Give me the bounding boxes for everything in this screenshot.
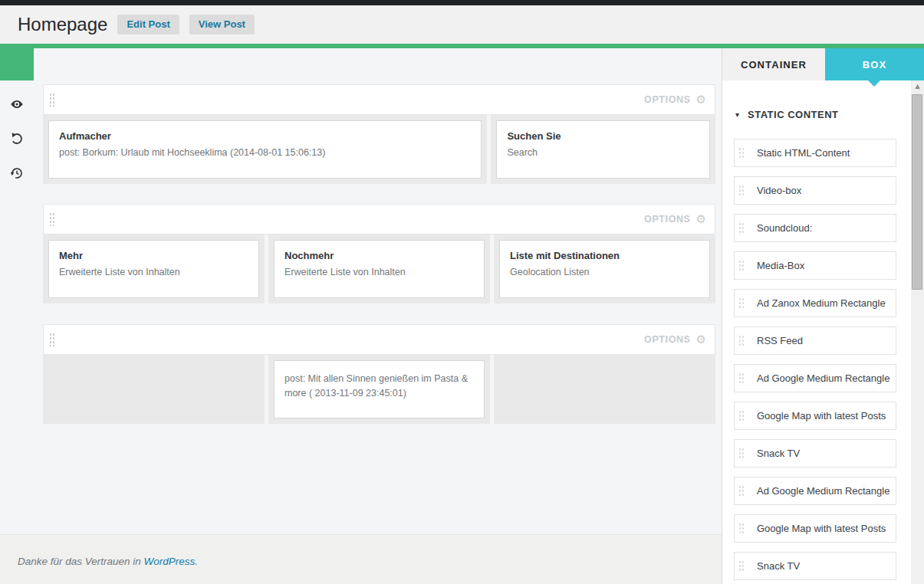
drag-handle-icon — [738, 448, 745, 460]
content-box-search[interactable]: Suchen Sie Search — [496, 120, 710, 179]
chevron-down-icon: ▾ — [735, 110, 739, 119]
container-body: Aufmacher post: Borkum: Urlaub mit Hochs… — [43, 115, 715, 184]
container-header: OPTIONS ⚙ — [43, 84, 715, 115]
widget-item[interactable]: Snack TV — [734, 439, 896, 468]
content-box-post[interactable]: post: Mit allen Sinnen genießen im Pasta… — [274, 360, 485, 418]
content-box-aufmacher[interactable]: Aufmacher post: Borkum: Urlaub mit Hochs… — [48, 120, 482, 179]
container-row-3: OPTIONS ⚙ post: Mit allen Sinnen genieße… — [43, 324, 715, 424]
sidebar-scrollbar[interactable]: ▲ — [911, 80, 924, 584]
scrollbar-thumb[interactable] — [912, 94, 922, 290]
eye-icon[interactable] — [10, 97, 24, 111]
widget-item-label: Ad Google Medium Rectangle — [757, 485, 889, 497]
section-static-content[interactable]: ▾ STATIC CONTENT — [735, 109, 838, 120]
footer-thanks-text: Danke für das Vertrauen in WordPress. — [18, 556, 198, 567]
widget-item[interactable]: Snack TV — [734, 552, 896, 580]
active-tab-pointer — [868, 80, 880, 87]
box-title: Mehr — [59, 249, 248, 263]
layout-column: Aufmacher post: Borkum: Urlaub mit Hochs… — [43, 115, 487, 184]
widget-item[interactable]: Video-box — [734, 176, 896, 205]
page-title: Homepage — [18, 14, 107, 35]
admin-top-bar — [0, 0, 924, 5]
container-header: OPTIONS ⚙ — [43, 324, 715, 355]
undo-icon[interactable] — [10, 132, 24, 146]
widget-item[interactable]: Google Map with latest Posts — [734, 402, 896, 430]
box-subtitle: Erweiterte Liste von Inhalten — [59, 265, 248, 280]
drag-handle-icon[interactable] — [49, 333, 55, 346]
widget-item-label: Static HTML-Content — [757, 147, 850, 159]
widget-item[interactable]: Media-Box — [734, 251, 896, 280]
options-button[interactable]: OPTIONS ⚙ — [644, 214, 715, 225]
layout-column: Suchen Sie Search — [491, 115, 715, 184]
drag-handle-icon — [738, 147, 745, 159]
page-header: Homepage Edit Post View Post — [0, 5, 924, 44]
drag-handle-icon[interactable] — [49, 212, 55, 226]
options-label: OPTIONS — [644, 214, 690, 225]
widget-item-label: Video-box — [757, 185, 801, 196]
box-title: Aufmacher — [59, 130, 471, 143]
layout-column: Mehr Erweiterte Liste von Inhalten — [43, 235, 265, 303]
sidebar-tabs: CONTAINER BOX — [722, 48, 924, 80]
drag-handle-icon — [738, 297, 745, 310]
container-row-1: OPTIONS ⚙ Aufmacher post: Borkum: Urlaub… — [43, 84, 715, 184]
history-icon[interactable] — [10, 166, 24, 180]
gear-icon: ⚙ — [696, 94, 706, 106]
widget-item-label: RSS Feed — [757, 335, 803, 346]
tab-container[interactable]: CONTAINER — [722, 48, 825, 80]
content-box-destinationen[interactable]: Liste mit Destinationen Geolocation List… — [499, 240, 710, 298]
box-subtitle: Erweiterte Liste von Inhalten — [284, 265, 474, 280]
widget-item-label: Google Map with latest Posts — [757, 410, 886, 422]
scroll-up-icon[interactable]: ▲ — [911, 83, 924, 90]
drag-handle-icon — [738, 222, 745, 235]
box-subtitle: Geolocation Listen — [510, 265, 699, 280]
container-row-2: OPTIONS ⚙ Mehr Erweiterte Liste von Inha… — [43, 204, 715, 303]
container-body: Mehr Erweiterte Liste von Inhalten Nochm… — [43, 235, 715, 303]
box-title: Liste mit Destinationen — [510, 249, 699, 263]
admin-footer: Danke für das Vertrauen in WordPress. — [0, 534, 722, 584]
widget-sidebar: CONTAINER BOX ▾ STATIC CONTENT Static HT… — [722, 48, 924, 584]
box-subtitle: post: Mit allen Sinnen genießen im Pasta… — [284, 372, 474, 401]
widget-item[interactable]: Ad Google Medium Rectangle — [734, 364, 896, 392]
options-button[interactable]: OPTIONS ⚙ — [644, 334, 715, 346]
widget-item-label: Snack TV — [757, 448, 800, 459]
section-title: STATIC CONTENT — [748, 109, 838, 120]
container-body: post: Mit allen Sinnen genießen im Pasta… — [43, 355, 715, 424]
accent-square — [0, 44, 34, 80]
gear-icon: ⚙ — [696, 334, 706, 346]
footer-text-prefix: Danke für das Vertrauen in — [18, 556, 144, 567]
drag-handle-icon — [738, 523, 745, 535]
layout-column: Nochmehr Erweiterte Liste von Inhalten — [268, 235, 490, 303]
options-label: OPTIONS — [644, 334, 690, 345]
widget-item[interactable]: Static HTML-Content — [734, 139, 896, 167]
box-title: Suchen Sie — [507, 130, 699, 143]
drag-handle-icon — [738, 260, 745, 272]
widget-item-label: Media-Box — [757, 260, 804, 271]
widget-item[interactable]: Soundcloud: — [734, 214, 896, 242]
edit-post-button[interactable]: Edit Post — [117, 15, 179, 34]
widget-item[interactable]: Google Map with latest Posts — [734, 514, 896, 543]
widget-item[interactable]: Ad Google Medium Rectangle — [734, 477, 896, 505]
drag-handle-icon — [738, 560, 745, 573]
options-label: OPTIONS — [644, 94, 690, 105]
widget-item[interactable]: Ad Zanox Medium Rectangle — [734, 289, 896, 317]
view-post-button[interactable]: View Post — [189, 15, 255, 34]
empty-column — [494, 355, 715, 424]
widget-box-list: Static HTML-Content Video-box Soundcloud… — [734, 139, 896, 584]
footer-text-suffix: . — [195, 556, 198, 567]
gear-icon: ⚙ — [696, 214, 706, 225]
wordpress-link[interactable]: WordPress — [144, 556, 196, 567]
widget-item-label: Google Map with latest Posts — [757, 523, 886, 534]
options-button[interactable]: OPTIONS ⚙ — [644, 94, 715, 106]
widget-item[interactable]: RSS Feed — [734, 326, 896, 355]
drag-handle-icon — [738, 485, 745, 497]
drag-handle-icon — [738, 185, 745, 197]
tab-box[interactable]: BOX — [825, 48, 924, 80]
layout-column: Liste mit Destinationen Geolocation List… — [494, 235, 715, 303]
drag-handle-icon[interactable] — [49, 93, 55, 107]
content-box-nochmehr[interactable]: Nochmehr Erweiterte Liste von Inhalten — [274, 240, 485, 298]
drag-handle-icon — [738, 410, 745, 422]
drag-handle-icon — [738, 335, 745, 347]
container-header: OPTIONS ⚙ — [43, 204, 715, 235]
box-title: Nochmehr — [284, 249, 474, 263]
widget-item-label: Ad Google Medium Rectangle — [757, 372, 889, 384]
content-box-mehr[interactable]: Mehr Erweiterte Liste von Inhalten — [48, 240, 259, 298]
